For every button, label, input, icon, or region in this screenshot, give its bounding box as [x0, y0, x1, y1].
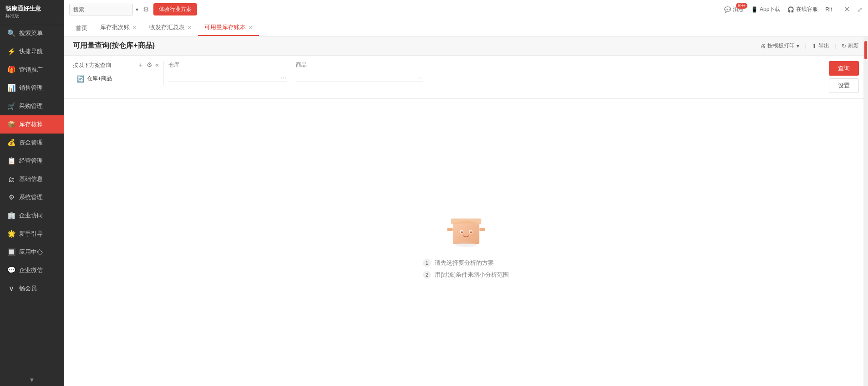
warehouse-dots-btn[interactable]: … — [280, 72, 287, 80]
expand-window-btn[interactable]: ⤢ — [857, 6, 863, 13]
purchase-icon: 🛒 — [7, 102, 15, 110]
username: Rit — [825, 6, 832, 13]
sidebar-nav: 🔍 搜索菜单 ⚡ 快捷导航 🎁 营销推广 📊 销售管理 🛒 采购管理 📦 — [0, 24, 64, 374]
app-download-btn[interactable]: 📱 App下载 — [751, 5, 780, 13]
tab-batch-account-close[interactable]: ✕ — [132, 25, 137, 31]
sidebar-item-operations[interactable]: 📋 经营管理 — [0, 152, 64, 170]
tip-text-2: 用[过滤]条件来缩小分析范围 — [435, 271, 509, 279]
svg-rect-3 — [451, 219, 481, 224]
sidebar-item-search[interactable]: 🔍 搜索菜单 — [0, 24, 64, 42]
print-btn[interactable]: 🖨 按模板打印 ▾ — [760, 42, 799, 50]
tab-available-account[interactable]: 可用量库存账本 ✕ — [198, 20, 259, 36]
close-window-btn[interactable]: ✕ — [844, 5, 850, 14]
tip-text-1: 请先选择要分析的方案 — [435, 259, 494, 267]
svg-point-6 — [461, 231, 462, 233]
sidebar-item-vip[interactable]: V 畅会员 — [0, 279, 64, 298]
search-input[interactable] — [69, 4, 133, 15]
sidebar-item-label: 基础信息 — [19, 175, 43, 183]
tab-receive-summary-label: 收发存汇总表 — [149, 23, 185, 31]
refresh-btn[interactable]: ↻ 刷新 — [842, 42, 859, 50]
msg-badge: 99+ — [736, 3, 747, 9]
sidebar-item-wechat[interactable]: 💬 企业微信 — [0, 261, 64, 279]
service-btn[interactable]: 🎧 在线客服 — [787, 5, 818, 13]
sidebar-item-inventory[interactable]: 📦 库存核算 — [0, 115, 64, 134]
message-btn[interactable]: 💬 消息 99+ — [724, 5, 744, 13]
sidebar-item-label: 企业微信 — [19, 266, 43, 274]
product-dots-btn[interactable]: … — [417, 72, 423, 80]
operations-icon: 📋 — [7, 157, 15, 165]
query-btn[interactable]: 查询 — [829, 61, 859, 76]
tab-home[interactable]: 首页 — [69, 21, 94, 36]
edit-scheme-btn[interactable]: ⚙ — [147, 61, 152, 69]
sidebar-item-quicknav[interactable]: ⚡ 快捷导航 — [0, 42, 64, 61]
scrollbar-thumb[interactable] — [864, 41, 867, 59]
warehouse-input[interactable] — [168, 73, 278, 80]
sidebar-item-purchase[interactable]: 🛒 采购管理 — [0, 97, 64, 115]
product-input[interactable] — [296, 73, 414, 80]
empty-tip-1: 1 请先选择要分析的方案 — [423, 259, 509, 267]
scheme-actions: ＋ ⚙ « — [137, 61, 159, 69]
collab-icon: 🏢 — [7, 211, 15, 220]
refresh-icon: ↻ — [842, 43, 846, 49]
system-icon: ⚙ — [7, 193, 15, 201]
refresh-label: 刷新 — [848, 42, 859, 50]
finance-icon: 💰 — [7, 139, 15, 147]
sidebar-item-basic-info[interactable]: 🗂 基础信息 — [0, 170, 64, 188]
headset-icon: 🎧 — [787, 6, 794, 13]
export-btn[interactable]: ⬆ 导出 — [812, 42, 829, 50]
sidebar-item-label: 搜索菜单 — [19, 29, 43, 37]
logo: 畅康通好生意 标准版 — [0, 0, 64, 24]
topbar-right: 💬 消息 99+ 📱 App下载 🎧 在线客服 Rit ✕ ⤢ — [724, 5, 863, 14]
svg-rect-9 — [479, 228, 485, 231]
sidebar-item-label: 应用中心 — [19, 248, 43, 256]
sidebar-item-label: 采购管理 — [19, 102, 43, 110]
settings-btn[interactable]: 设置 — [829, 78, 859, 93]
scheme-item-label: 仓库+商品 — [87, 75, 112, 82]
filter-fields: 仓库 … 商品 … — [168, 61, 824, 82]
sidebar-item-app-center[interactable]: 🔲 应用中心 — [0, 243, 64, 261]
filter-field-warehouse: 仓库 … — [168, 61, 287, 82]
warehouse-label: 仓库 — [168, 61, 287, 69]
topbar: ▾ ⚙ 体验行业方案 💬 消息 99+ 📱 App下载 🎧 在线客服 — [64, 0, 868, 19]
sidebar-item-marketing[interactable]: 🎁 营销推广 — [0, 61, 64, 79]
sidebar-item-newbie[interactable]: 🌟 新手引导 — [0, 225, 64, 243]
filter-buttons: 查询 设置 — [829, 61, 859, 93]
page-header: 可用量查询(按仓库+商品) 🖨 按模板打印 ▾ | ⬆ 导出 | ↻ 刷新 — [64, 36, 868, 56]
tab-available-account-label: 可用量库存账本 — [204, 23, 246, 31]
export-icon: ⬆ — [812, 43, 817, 49]
basic-info-icon: 🗂 — [7, 175, 15, 183]
sidebar-item-sales[interactable]: 📊 销售管理 — [0, 79, 64, 97]
product-label: 商品 — [296, 61, 423, 69]
sidebar-item-label: 系统管理 — [19, 193, 43, 201]
quicknav-icon: ⚡ — [7, 47, 15, 56]
gear-icon[interactable]: ⚙ — [143, 5, 149, 14]
print-dropdown-icon: ▾ — [797, 43, 799, 49]
tab-receive-summary[interactable]: 收发存汇总表 ✕ — [143, 20, 198, 36]
marketing-icon: 🎁 — [7, 66, 15, 74]
collapse-scheme-btn[interactable]: « — [155, 61, 159, 69]
right-scrollbar[interactable] — [863, 36, 868, 386]
svg-point-10 — [455, 242, 477, 247]
user-menu[interactable]: Rit — [825, 6, 832, 13]
empty-illustration — [443, 206, 489, 252]
scheme-warehouse-product[interactable]: 🔄 仓库+商品 — [73, 72, 159, 85]
app-download-label: App下载 — [760, 5, 780, 13]
sidebar-item-collab[interactable]: 🏢 企业协同 — [0, 206, 64, 225]
add-scheme-btn[interactable]: ＋ — [137, 61, 144, 69]
sidebar-item-system[interactable]: ⚙ 系统管理 — [0, 188, 64, 206]
print-label: 按模板打印 — [767, 42, 795, 50]
sidebar-item-finance[interactable]: 💰 资金管理 — [0, 134, 64, 152]
tab-receive-summary-close[interactable]: ✕ — [188, 25, 192, 31]
filter-scheme-header: 按以下方案查询 ＋ ⚙ « — [73, 61, 159, 69]
industry-btn[interactable]: 体验行业方案 — [153, 3, 197, 15]
product-input-container: … — [296, 71, 423, 82]
tab-batch-account[interactable]: 库存批次账 ✕ — [94, 20, 143, 36]
sidebar-scroll-down[interactable]: ▼ — [0, 374, 64, 386]
sidebar-item-label: 销售管理 — [19, 84, 43, 92]
scheme-title: 按以下方案查询 — [73, 62, 111, 69]
tab-home-label: 首页 — [76, 24, 87, 32]
phone-icon: 📱 — [751, 6, 758, 13]
topbar-dropdown-btn[interactable]: ▾ — [136, 6, 138, 13]
tip-num-2: 2 — [423, 271, 431, 279]
tab-available-account-close[interactable]: ✕ — [249, 25, 253, 31]
